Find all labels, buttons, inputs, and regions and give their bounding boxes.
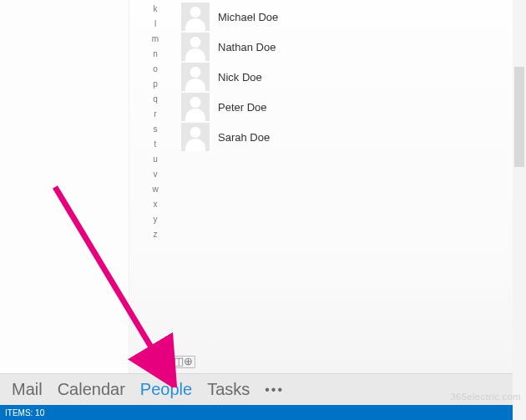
- contact-row[interactable]: Nathan Doe: [181, 32, 526, 62]
- alpha-index-letter[interactable]: q: [129, 92, 181, 107]
- person-avatar-icon: [181, 93, 210, 121]
- contacts-container: klmnopqrstuvwxyz Michael DoeNathan DoeNi…: [129, 0, 526, 242]
- nav-tasks[interactable]: Tasks: [207, 380, 250, 399]
- alpha-index-letter[interactable]: y: [129, 212, 181, 227]
- person-avatar-icon: [181, 63, 210, 91]
- alpha-index-letter[interactable]: k: [129, 2, 181, 17]
- contact-name: Nathan Doe: [218, 41, 276, 53]
- watermark: 365electric.com: [450, 392, 521, 402]
- nav-more-icon[interactable]: •••: [265, 382, 284, 397]
- contact-row[interactable]: Nick Doe: [181, 62, 526, 92]
- alpha-index-letter[interactable]: n: [129, 47, 181, 62]
- alpha-index-letter[interactable]: u: [129, 152, 181, 167]
- person-avatar-icon: [181, 123, 210, 151]
- alpha-index-letter[interactable]: w: [129, 182, 181, 197]
- contact-list-pane: klmnopqrstuvwxyz Michael DoeNathan DoeNi…: [129, 0, 526, 373]
- alpha-index-letter[interactable]: r: [129, 107, 181, 122]
- alpha-index-letter[interactable]: v: [129, 167, 181, 182]
- contact-name: Peter Doe: [218, 101, 267, 114]
- person-avatar-icon: [181, 3, 210, 31]
- alpha-index-letter[interactable]: s: [129, 122, 181, 137]
- alpha-index[interactable]: klmnopqrstuvwxyz: [129, 0, 181, 242]
- view-toggle-icon[interactable]: ◫⊕: [171, 356, 195, 368]
- status-bar: ITEMS: 10: [0, 405, 526, 420]
- content-area: klmnopqrstuvwxyz Michael DoeNathan DoeNi…: [0, 0, 526, 373]
- alpha-index-letter[interactable]: t: [129, 137, 181, 152]
- nav-mail[interactable]: Mail: [12, 380, 43, 399]
- alpha-index-letter[interactable]: z: [129, 227, 181, 242]
- status-item-count: ITEMS: 10: [5, 408, 44, 417]
- contact-name: Nick Doe: [218, 71, 262, 83]
- people-list: Michael DoeNathan DoeNick DoePeter DoeSa…: [181, 0, 526, 242]
- folder-pane: [0, 0, 129, 373]
- contact-name: Michael Doe: [218, 11, 278, 23]
- alpha-index-letter[interactable]: x: [129, 197, 181, 212]
- person-avatar-icon: [181, 33, 210, 61]
- nav-people[interactable]: People: [140, 380, 192, 399]
- nav-calendar[interactable]: Calendar: [58, 380, 125, 399]
- alpha-index-letter[interactable]: p: [129, 77, 181, 92]
- vertical-scrollbar[interactable]: [513, 0, 526, 373]
- navigation-bar: MailCalendarPeopleTasks•••: [0, 373, 526, 405]
- scrollbar-thumb[interactable]: [514, 67, 524, 167]
- alpha-index-letter[interactable]: l: [129, 17, 181, 32]
- alpha-index-letter[interactable]: m: [129, 32, 181, 47]
- contact-name: Sarah Doe: [218, 131, 270, 144]
- contact-row[interactable]: Sarah Doe: [181, 122, 526, 152]
- app-root: klmnopqrstuvwxyz Michael DoeNathan DoeNi…: [0, 0, 526, 420]
- contact-row[interactable]: Peter Doe: [181, 92, 526, 122]
- alpha-index-letter[interactable]: o: [129, 62, 181, 77]
- contact-row[interactable]: Michael Doe: [181, 2, 526, 32]
